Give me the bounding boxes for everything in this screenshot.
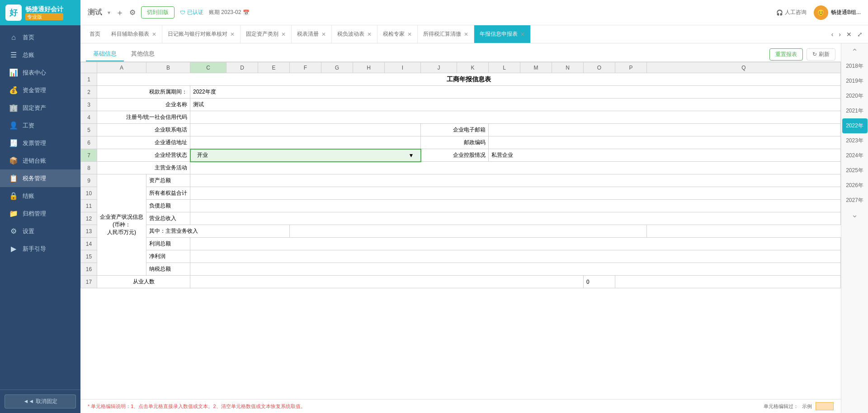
holding-value[interactable]: 私营企业: [489, 149, 841, 162]
email-value[interactable]: [489, 124, 841, 136]
report-center-icon: 📊: [9, 68, 18, 77]
company-value[interactable]: 测试: [190, 99, 841, 111]
sidebar-nav: ⌂首页☰总账📊报表中心💰资金管理🏢固定资产👤工资🧾发票管理📦进销台账📋税务管理🔒…: [0, 25, 80, 390]
sidebar-item-general-ledger[interactable]: ☰总账: [0, 46, 80, 64]
sidebar-item-archive[interactable]: 📁归档管理: [0, 205, 80, 222]
tab-close-income-tax[interactable]: ✕: [464, 31, 468, 38]
sidebar-item-settings[interactable]: ⚙设置: [0, 222, 80, 240]
tab-home[interactable]: 首页: [84, 25, 106, 43]
sidebar-item-home[interactable]: ⌂首页: [0, 29, 80, 46]
total-liab-value[interactable]: [190, 200, 841, 212]
year-item-2018年[interactable]: 2018年: [842, 59, 868, 74]
tab-journal[interactable]: 日记账与银行对账单核对✕: [162, 25, 241, 43]
user-area[interactable]: 😊 畅捷通B组...: [814, 5, 861, 20]
add-tab-button[interactable]: ＋: [116, 7, 124, 18]
tab-prev-button[interactable]: ‹: [830, 29, 835, 40]
reg-value[interactable]: [190, 111, 841, 124]
title-cell[interactable]: 工商年报信息表: [97, 73, 841, 86]
postcode-value[interactable]: [489, 136, 841, 149]
sidebar-item-closing[interactable]: 🔒结账: [0, 187, 80, 205]
sidebar-item-report-center[interactable]: 📊报表中心: [0, 64, 80, 81]
cancel-fixed-button[interactable]: ◄◄ 取消固定: [5, 394, 76, 408]
row-15-header: 15: [81, 250, 97, 263]
dropdown-arrow-icon[interactable]: ▾: [108, 9, 110, 16]
tab-expand-button[interactable]: ⤢: [855, 29, 864, 40]
table-row: 3 企业名称 测试: [81, 99, 841, 111]
refresh-button[interactable]: ↻ 刷新: [807, 48, 835, 61]
spreadsheet-wrapper[interactable]: A B C D E F G H I J K L: [80, 62, 841, 399]
employees-tail[interactable]: [615, 276, 841, 288]
year-scroll-down-button[interactable]: ⌄: [849, 208, 860, 221]
tab-close-fixed-assets-type[interactable]: ✕: [281, 31, 286, 38]
new-guide-icon: ▶: [9, 244, 18, 253]
subtab-basic[interactable]: 基础信息: [86, 47, 124, 61]
sidebar-item-invoice[interactable]: 🧾发票管理: [0, 134, 80, 152]
col-K: K: [457, 62, 489, 73]
tax-icon: 📋: [9, 174, 18, 183]
subtab-other[interactable]: 其他信息: [124, 47, 162, 61]
table-row: 4 注册号/统一社会信用代码: [81, 111, 841, 124]
tab-close-tax-fluctuation[interactable]: ✕: [367, 31, 372, 38]
tab-tax-expert[interactable]: 税检专家✕: [377, 25, 418, 43]
year-scroll-up-button[interactable]: ⌃: [849, 45, 860, 59]
table-row: 10 所有者权益合计: [81, 187, 841, 200]
total-revenue-value[interactable]: [190, 212, 841, 225]
biz-status-dropdown[interactable]: 开业 ▼: [190, 149, 421, 162]
tab-close-all-button[interactable]: ✕: [844, 29, 854, 40]
reset-report-button[interactable]: 重置报表: [769, 48, 803, 61]
employees-spacer[interactable]: [190, 276, 584, 288]
main-revenue-value[interactable]: [290, 225, 647, 238]
address-value[interactable]: [190, 136, 421, 149]
fixed-assets-icon: 🏢: [9, 103, 18, 112]
sidebar-item-fixed-assets[interactable]: 🏢固定资产: [0, 99, 80, 117]
year-item-2020年[interactable]: 2020年: [842, 89, 868, 103]
sidebar-item-payroll[interactable]: 👤工资: [0, 117, 80, 134]
phone-value[interactable]: [190, 124, 421, 136]
year-item-2022年[interactable]: 2022年: [842, 118, 868, 133]
tab-annual-report[interactable]: 年报信息申报表✕: [474, 25, 531, 43]
total-profit-value[interactable]: [190, 238, 841, 250]
corner-cell: [81, 62, 97, 73]
year-item-2024年[interactable]: 2024年: [842, 148, 868, 163]
sidebar-bottom: ◄◄ 取消固定: [0, 390, 80, 413]
tab-tax-form[interactable]: 税表清册✕: [292, 25, 332, 43]
sidebar-item-new-guide[interactable]: ▶新手引导: [0, 240, 80, 258]
year-item-2021年[interactable]: 2021年: [842, 103, 868, 118]
owner-equity-value[interactable]: [190, 187, 841, 200]
year-item-2026年[interactable]: 2026年: [842, 178, 868, 193]
row-16-header: 16: [81, 263, 97, 276]
total-tax-value[interactable]: [190, 263, 841, 276]
certified-icon: 🛡: [180, 9, 185, 16]
net-profit-value[interactable]: [190, 250, 841, 263]
year-item-2023年[interactable]: 2023年: [842, 133, 868, 148]
consult-button[interactable]: 🎧 人工咨询: [776, 9, 807, 16]
tab-next-button[interactable]: ›: [837, 29, 843, 40]
main-biz-value[interactable]: [190, 162, 841, 174]
switch-version-button[interactable]: 切到旧版: [141, 6, 175, 19]
employees-value[interactable]: 0: [584, 276, 615, 288]
tab-aux-balance[interactable]: 科目辅助余额表✕: [106, 25, 162, 43]
sidebar-item-fund-management[interactable]: 💰资金管理: [0, 81, 80, 99]
calendar-icon[interactable]: 📅: [243, 9, 250, 16]
tab-fixed-assets-type[interactable]: 固定资产类别✕: [241, 25, 292, 43]
settings-icon[interactable]: ⚙: [129, 8, 136, 17]
total-assets-value[interactable]: [190, 174, 841, 187]
invoice-icon: 🧾: [9, 139, 18, 147]
tab-close-journal[interactable]: ✕: [230, 31, 235, 38]
year-item-2019年[interactable]: 2019年: [842, 74, 868, 89]
sidebar-item-tax[interactable]: 📋税务管理: [0, 169, 80, 187]
main-biz-label: 主营业务活动: [97, 162, 190, 174]
footer-bar: * 单元格编辑说明：1、点击单元格直接录入数值或文本。2、清空单元格数值或文本恢…: [80, 399, 841, 413]
biz-status-value: 开业: [197, 151, 208, 159]
sidebar-item-inventory[interactable]: 📦进销台账: [0, 152, 80, 169]
tab-income-tax[interactable]: 所得税汇算清缴✕: [418, 25, 474, 43]
tab-close-aux-balance[interactable]: ✕: [152, 31, 156, 38]
tab-close-annual-report[interactable]: ✕: [520, 31, 525, 38]
tab-close-tax-expert[interactable]: ✕: [407, 31, 412, 38]
tab-close-tax-form[interactable]: ✕: [321, 31, 326, 38]
period-value[interactable]: 2022年度: [190, 86, 841, 99]
col-D: D: [226, 62, 258, 73]
year-item-2025年[interactable]: 2025年: [842, 163, 868, 178]
year-item-2027年[interactable]: 2027年: [842, 193, 868, 208]
tab-tax-fluctuation[interactable]: 税负波动表✕: [332, 25, 377, 43]
